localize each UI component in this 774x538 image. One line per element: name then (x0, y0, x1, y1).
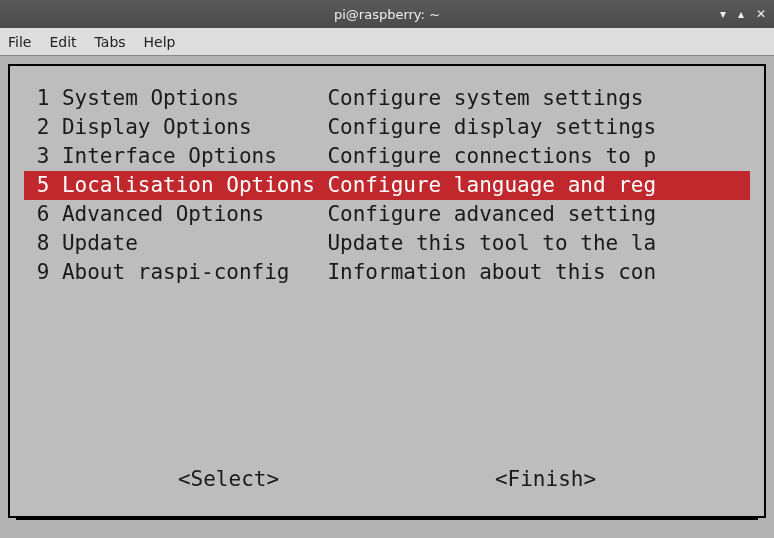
menu-file[interactable]: File (8, 34, 31, 50)
raspi-config-box: 1System OptionsConfigure system settings… (8, 64, 766, 518)
config-menu-item[interactable]: 9About raspi-configInformation about thi… (24, 258, 750, 287)
config-buttons-row: <Select> <Finish> (10, 465, 764, 494)
menu-item-number: 5 (24, 171, 49, 200)
menu-item-label: Interface Options (49, 142, 327, 171)
close-icon[interactable]: ✕ (756, 7, 766, 21)
menu-item-number: 3 (24, 142, 49, 171)
menu-item-description: Configure system settings (327, 84, 643, 113)
bottom-frame-border (16, 518, 758, 524)
window-title: pi@raspberry: ~ (334, 7, 440, 22)
window-controls: ▾ ▴ ✕ (720, 7, 766, 21)
menu-item-number: 1 (24, 84, 49, 113)
minimize-icon[interactable]: ▾ (720, 7, 726, 21)
config-menu-item[interactable]: 8UpdateUpdate this tool to the la (24, 229, 750, 258)
finish-button[interactable]: <Finish> (495, 465, 596, 494)
menu-item-label: Display Options (49, 113, 327, 142)
config-menu-item[interactable]: 6Advanced OptionsConfigure advanced sett… (24, 200, 750, 229)
menu-item-description: Configure display settings (327, 113, 656, 142)
select-button[interactable]: <Select> (178, 465, 279, 494)
menu-item-description: Configure language and reg (327, 171, 656, 200)
config-menu-item[interactable]: 2Display OptionsConfigure display settin… (24, 113, 750, 142)
menu-item-description: Update this tool to the la (327, 229, 656, 258)
menu-edit[interactable]: Edit (49, 34, 76, 50)
menu-item-description: Information about this con (327, 258, 656, 287)
config-menu-list: 1System OptionsConfigure system settings… (24, 84, 750, 287)
menu-item-label: System Options (49, 84, 327, 113)
menu-item-number: 8 (24, 229, 49, 258)
menu-help[interactable]: Help (144, 34, 176, 50)
menu-tabs[interactable]: Tabs (95, 34, 126, 50)
menu-item-label: Localisation Options (49, 171, 327, 200)
menu-item-description: Configure advanced setting (327, 200, 656, 229)
window-titlebar: pi@raspberry: ~ ▾ ▴ ✕ (0, 0, 774, 28)
maximize-icon[interactable]: ▴ (738, 7, 744, 21)
menu-item-label: Update (49, 229, 327, 258)
config-menu-item[interactable]: 3Interface OptionsConfigure connections … (24, 142, 750, 171)
menu-item-description: Configure connections to p (327, 142, 656, 171)
menu-item-number: 2 (24, 113, 49, 142)
config-menu-item[interactable]: 1System OptionsConfigure system settings (24, 84, 750, 113)
menubar: File Edit Tabs Help (0, 28, 774, 56)
menu-item-number: 6 (24, 200, 49, 229)
menu-item-label: Advanced Options (49, 200, 327, 229)
config-menu-item[interactable]: 5Localisation OptionsConfigure language … (24, 171, 750, 200)
menu-item-label: About raspi-config (49, 258, 327, 287)
menu-item-number: 9 (24, 258, 49, 287)
terminal-area: 1System OptionsConfigure system settings… (0, 56, 774, 538)
